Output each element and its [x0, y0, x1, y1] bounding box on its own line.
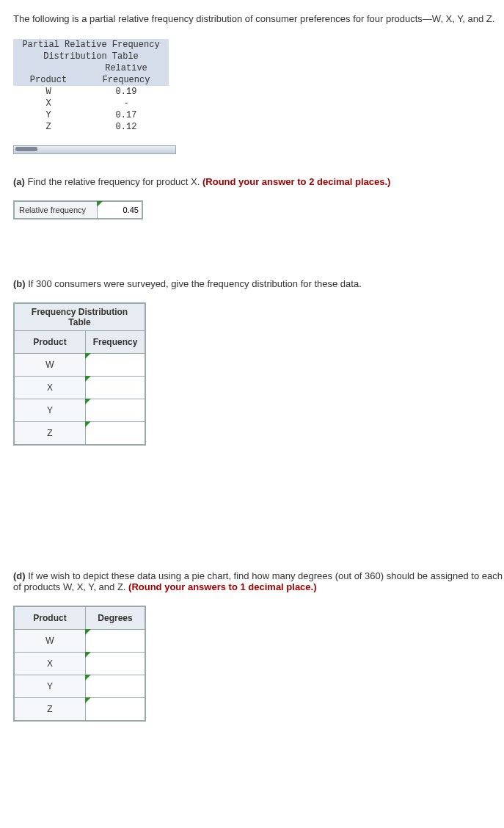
correct-tick-icon: [85, 421, 91, 427]
table-title-2: Distribution Table: [13, 51, 169, 62]
freq-input-y[interactable]: [86, 399, 145, 421]
degrees-table: Product Degrees W X Y Z: [13, 606, 146, 722]
correct-tick-icon: [85, 376, 91, 382]
cell-freq: 0.19: [84, 86, 169, 98]
cell-product: X: [13, 98, 84, 109]
correct-tick-icon: [85, 652, 91, 658]
correct-tick-icon: [85, 353, 91, 359]
cell-freq: 0.12: [84, 121, 169, 133]
deg-row-label: W: [14, 630, 86, 653]
table-title-1: Partial Relative Frequency: [13, 39, 169, 51]
correct-tick-icon: [85, 697, 91, 703]
freq-col-product: Product: [14, 331, 86, 354]
deg-col-degrees: Degrees: [86, 606, 146, 630]
deg-input-x[interactable]: [86, 653, 145, 675]
deg-input-cell[interactable]: [86, 698, 146, 722]
freq-input-cell[interactable]: [86, 377, 146, 399]
question-d-label: (d): [13, 570, 26, 581]
deg-input-cell[interactable]: [86, 653, 146, 675]
partial-frequency-table: Partial Relative Frequency Distribution …: [13, 39, 169, 137]
deg-input-z[interactable]: [86, 698, 145, 720]
deg-row-label: Z: [14, 698, 86, 722]
freq-row-label: Y: [14, 399, 86, 422]
cell-product: Z: [13, 121, 84, 133]
freq-input-x[interactable]: [86, 377, 145, 399]
answer-a-cell[interactable]: [98, 201, 143, 219]
freq-row-label: X: [14, 377, 86, 399]
correct-tick-icon: [85, 629, 91, 635]
freq-col-frequency: Frequency: [86, 331, 146, 354]
col-relative: Relative: [84, 62, 169, 74]
question-a-text: Find the relative frequency for product …: [25, 176, 202, 187]
intro-text: The following is a partial relative freq…: [13, 13, 503, 24]
question-d: (d) If we wish to depict these data usin…: [13, 570, 503, 592]
freq-input-cell[interactable]: [86, 354, 146, 377]
question-d-redtext: (Round your answers to 1 decimal place.): [128, 581, 316, 592]
col-product: Product: [13, 74, 84, 86]
cell-freq: -: [84, 98, 169, 109]
freq-dist-table: Frequency Distribution Table Product Fre…: [13, 302, 146, 446]
freq-input-cell[interactable]: [86, 399, 146, 422]
deg-row-label: X: [14, 653, 86, 675]
deg-col-product: Product: [14, 606, 86, 630]
freq-table-title: Frequency Distribution Table: [14, 303, 145, 331]
deg-input-w[interactable]: [86, 630, 145, 652]
question-b-text: If 300 consumers were surveyed, give the…: [26, 278, 362, 289]
col-blank: [13, 62, 84, 74]
scrollbar-hint[interactable]: [13, 145, 176, 154]
deg-input-y[interactable]: [86, 675, 145, 697]
correct-tick-icon: [85, 675, 91, 680]
question-a-redtext: (Round your answer to 2 decimal places.): [202, 176, 390, 187]
deg-row-label: Y: [14, 675, 86, 698]
cell-product: W: [13, 86, 84, 98]
deg-input-cell[interactable]: [86, 675, 146, 698]
freq-input-w[interactable]: [86, 354, 145, 376]
col-frequency: Frequency: [84, 74, 169, 86]
question-a-label: (a): [13, 176, 25, 187]
freq-row-label: Z: [14, 422, 86, 446]
freq-input-cell[interactable]: [86, 422, 146, 446]
deg-input-cell[interactable]: [86, 630, 146, 653]
correct-tick-icon: [85, 399, 91, 404]
freq-row-label: W: [14, 354, 86, 377]
cell-product: Y: [13, 109, 84, 121]
answer-table-a: Relative frequency: [13, 200, 143, 219]
correct-tick-icon: [97, 201, 103, 207]
question-b: (b) If 300 consumers were surveyed, give…: [13, 278, 503, 289]
answer-a-input[interactable]: [98, 202, 142, 218]
question-a: (a) Find the relative frequency for prod…: [13, 176, 503, 187]
cell-freq: 0.17: [84, 109, 169, 121]
answer-a-label: Relative frequency: [14, 201, 98, 219]
freq-input-z[interactable]: [86, 422, 145, 444]
question-b-label: (b): [13, 278, 26, 289]
